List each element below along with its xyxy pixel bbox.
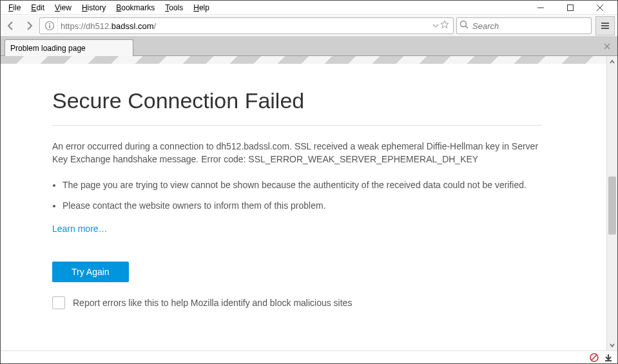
learn-more-link[interactable]: Learn more… <box>52 224 108 234</box>
scroll-track[interactable] <box>607 67 617 340</box>
info-icon <box>44 21 55 31</box>
minimize-button[interactable] <box>526 1 555 15</box>
minimize-icon <box>537 5 544 11</box>
search-icon <box>459 20 468 32</box>
scroll-thumb[interactable] <box>608 177 616 235</box>
error-page: Secure Connection Failed An error occurr… <box>52 88 542 309</box>
url-path: / <box>154 21 157 31</box>
window-controls <box>526 1 615 15</box>
maximize-icon <box>567 5 574 11</box>
error-description: An error occurred during a connection to… <box>52 140 542 166</box>
menu-help[interactable]: Help <box>188 2 215 14</box>
url-subdomain: dh512. <box>86 21 111 31</box>
menu-view[interactable]: View <box>50 2 77 14</box>
x-icon <box>604 43 610 50</box>
bookmark-star-icon[interactable] <box>440 20 449 32</box>
svg-rect-1 <box>568 5 574 10</box>
tab-active[interactable]: Problem loading page <box>5 39 133 56</box>
svg-rect-6 <box>49 25 50 28</box>
noscript-icon[interactable] <box>589 352 599 363</box>
menu-history[interactable]: History <box>77 2 111 14</box>
caution-stripe <box>1 56 606 64</box>
search-input[interactable] <box>472 21 588 31</box>
error-title: Secure Connection Failed <box>52 88 542 113</box>
forward-button[interactable] <box>21 18 37 34</box>
scroll-up-button[interactable] <box>607 56 617 67</box>
dropdown-icon[interactable] <box>432 20 439 32</box>
svg-point-5 <box>49 23 50 24</box>
menubar: File Edit View History Bookmarks Tools H… <box>1 1 617 15</box>
menu-bookmarks[interactable]: Bookmarks <box>111 2 160 14</box>
chevron-down-icon <box>610 343 615 348</box>
menu-file[interactable]: File <box>3 2 26 14</box>
tab-close-button[interactable] <box>602 41 612 52</box>
svg-point-7 <box>461 21 467 27</box>
menu-edit[interactable]: Edit <box>26 2 50 14</box>
browser-window: File Edit View History Bookmarks Tools H… <box>0 0 618 364</box>
url-host: badssl.com <box>111 21 154 31</box>
status-bar <box>1 350 617 363</box>
error-bullet: The page you are trying to view cannot b… <box>63 178 542 192</box>
close-icon <box>597 5 603 11</box>
forward-icon <box>24 21 34 31</box>
maximize-button[interactable] <box>555 1 585 15</box>
svg-line-8 <box>466 26 468 29</box>
tab-label: Problem loading page <box>10 44 128 53</box>
error-bullet-list: The page you are trying to view cannot b… <box>63 178 542 213</box>
url-bar[interactable]: https://dh512.badssl.com/ <box>39 17 454 34</box>
try-again-button[interactable]: Try Again <box>52 262 129 282</box>
back-icon <box>6 21 16 31</box>
report-errors-label: Report errors like this to help Mozilla … <box>73 298 352 308</box>
url-text[interactable]: https://dh512.badssl.com/ <box>61 21 430 31</box>
report-errors-row: Report errors like this to help Mozilla … <box>52 296 542 309</box>
site-identity-button[interactable] <box>41 18 58 34</box>
back-button[interactable] <box>3 18 19 34</box>
hamburger-icon <box>600 21 610 31</box>
scroll-down-button[interactable] <box>607 340 617 350</box>
report-errors-checkbox[interactable] <box>52 296 65 309</box>
search-bar[interactable] <box>456 17 592 34</box>
chevron-up-icon <box>610 59 615 64</box>
menu-tools[interactable]: Tools <box>160 2 188 14</box>
app-menu-button[interactable] <box>595 16 615 35</box>
svg-line-15 <box>592 355 597 360</box>
url-scheme: https:// <box>61 21 86 31</box>
tab-strip: Problem loading page <box>1 37 617 56</box>
close-button[interactable] <box>585 1 615 15</box>
download-arrow-icon[interactable] <box>603 352 613 363</box>
page-content: Secure Connection Failed An error occurr… <box>1 56 606 350</box>
error-bullet: Please contact the website owners to inf… <box>63 198 542 213</box>
content-area: Secure Connection Failed An error occurr… <box>1 56 617 350</box>
navigation-toolbar: https://dh512.badssl.com/ <box>1 15 617 37</box>
vertical-scrollbar[interactable] <box>606 56 617 350</box>
divider <box>52 125 542 126</box>
